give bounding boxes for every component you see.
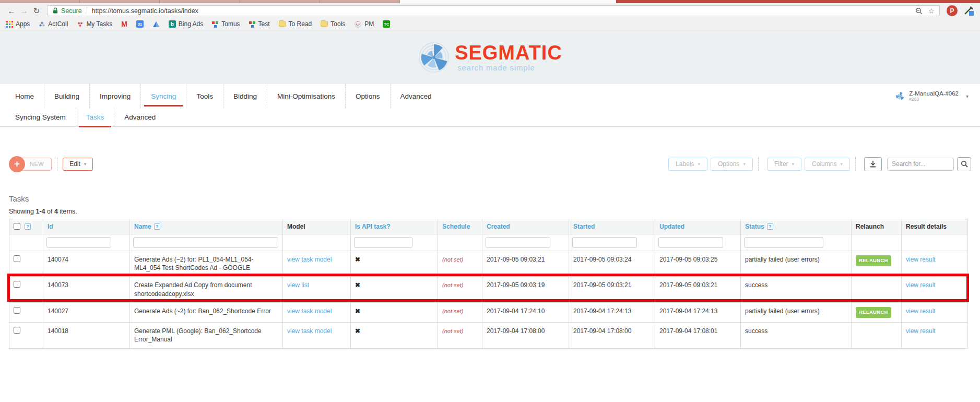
bookmark-apps[interactable]: Apps [6, 20, 30, 28]
nav-mini-optimisations[interactable]: Mini-Optimisations [267, 84, 345, 108]
chevron-down-icon: ▾ [792, 161, 795, 167]
view-model-link[interactable]: view task model [287, 256, 332, 263]
view-result-link[interactable]: view result [906, 256, 936, 263]
labels-dropdown-button[interactable]: Labels ▾ [668, 158, 707, 171]
nav-tools[interactable]: Tools [186, 84, 223, 108]
bookmarks-bar: Apps ActColl My Tasks M 31 b Bing Ads To… [0, 18, 980, 30]
subnav-syncing-system[interactable]: Syncing System [5, 108, 76, 126]
bookmark-tomus[interactable]: Tomus [212, 20, 240, 28]
view-result-link[interactable]: view result [906, 281, 936, 289]
new-button[interactable]: + NEW [9, 156, 52, 172]
search-input[interactable] [887, 158, 954, 171]
view-model-link[interactable]: view task model [287, 308, 332, 315]
bookmark-my-tasks[interactable]: My Tasks [77, 20, 112, 28]
color-picker-extension-icon[interactable] [963, 5, 975, 17]
nav-building[interactable]: Building [44, 84, 89, 108]
download-button[interactable] [864, 157, 882, 171]
zoom-icon[interactable] [915, 7, 923, 15]
bookmark-label: Tomus [221, 20, 240, 28]
user-menu[interactable]: Z-ManualQA-#062 #280 ▾ [895, 90, 969, 102]
row-checkbox[interactable] [14, 327, 20, 334]
nav-advanced[interactable]: Advanced [390, 84, 442, 108]
column-header-id[interactable]: Id [43, 219, 130, 234]
column-header-status[interactable]: Status? [741, 219, 852, 234]
column-header-schedule[interactable]: Schedule [438, 219, 482, 234]
help-icon[interactable]: ? [25, 223, 31, 230]
gmail-icon: M [121, 20, 127, 28]
filter-dropdown-button[interactable]: Filter ▾ [767, 158, 801, 171]
filter-created-input[interactable] [486, 237, 550, 248]
columns-label: Columns [812, 160, 836, 168]
column-header-created[interactable]: Created [482, 219, 569, 234]
actcoll-icon [39, 21, 45, 28]
browser-tab[interactable] [240, 0, 320, 3]
status-header-label[interactable]: Status [745, 223, 764, 230]
browser-tab[interactable] [0, 0, 80, 3]
table-header-row: ? Id Name? Model Is API task? Schedule C… [9, 219, 968, 234]
view-result-link[interactable]: view result [906, 327, 936, 335]
select-all-checkbox[interactable] [14, 223, 20, 230]
bookmark-star-icon[interactable]: ☆ [928, 7, 935, 15]
help-icon[interactable]: ? [154, 223, 160, 230]
filter-updated-input[interactable] [658, 237, 723, 248]
view-model-link[interactable]: view task model [287, 327, 332, 335]
row-checkbox[interactable] [14, 307, 20, 314]
column-header-started[interactable]: Started [569, 219, 655, 234]
row-checkbox[interactable] [14, 255, 20, 262]
view-list-link[interactable]: view list [287, 281, 309, 289]
back-button[interactable]: ← [5, 6, 18, 15]
options-dropdown-button[interactable]: Options ▾ [711, 158, 753, 171]
column-header-is-api[interactable]: Is API task? [351, 219, 438, 234]
active-browser-tab[interactable] [400, 0, 616, 3]
address-bar[interactable]: Secure https://tomus.segmatic.io/tasks/i… [47, 5, 940, 16]
nav-home[interactable]: Home [5, 84, 44, 108]
bookmark-actcoll[interactable]: ActColl [39, 20, 68, 28]
name-header-label[interactable]: Name [134, 223, 151, 230]
tasks-table-wrap: ? Id Name? Model Is API task? Schedule C… [9, 219, 967, 349]
column-header-updated[interactable]: Updated [655, 219, 741, 234]
filter-name-input[interactable] [133, 237, 278, 248]
bookmark-test[interactable]: Test [249, 20, 270, 28]
plus-icon[interactable]: + [9, 156, 25, 172]
view-result-link[interactable]: view result [906, 308, 936, 315]
extension-p-icon[interactable]: P [947, 5, 958, 16]
relaunch-button[interactable]: RELAUNCH [856, 307, 891, 318]
columns-dropdown-button[interactable]: Columns ▾ [805, 158, 850, 171]
bookmark-to-read[interactable]: To Read [279, 20, 312, 28]
filter-started-input[interactable] [572, 237, 637, 248]
url-text[interactable]: https://tomus.segmatic.io/tasks/index [92, 7, 911, 15]
column-header-name[interactable]: Name? [130, 219, 283, 234]
browser-tab[interactable] [320, 0, 400, 3]
bookmark-label: Bing Ads [179, 20, 203, 28]
lock-icon [52, 7, 58, 14]
inactive-tabs[interactable] [0, 0, 400, 3]
relaunch-button[interactable]: RELAUNCH [856, 255, 891, 266]
bookmark-calendar[interactable]: 31 [136, 20, 144, 28]
segmatic-logo[interactable]: SEGMATIC search made simple [418, 41, 562, 74]
filter-is-api-input[interactable] [354, 237, 412, 248]
bookmark-techcrunch[interactable]: TC [383, 20, 390, 28]
row-checkbox[interactable] [14, 281, 20, 288]
browser-tab[interactable] [160, 0, 240, 3]
edit-dropdown-button[interactable]: Edit ▾ [63, 158, 93, 171]
help-icon[interactable]: ? [767, 223, 773, 230]
bookmark-analytics[interactable] [152, 21, 160, 28]
subnav-advanced[interactable]: Advanced [114, 108, 166, 126]
subnav-tasks[interactable]: Tasks [76, 108, 114, 126]
reload-button[interactable]: ↻ [30, 6, 43, 16]
sub-nav: Syncing System Tasks Advanced [0, 108, 980, 127]
nav-syncing[interactable]: Syncing [140, 84, 186, 108]
filter-id-input[interactable] [46, 237, 111, 248]
bookmark-gmail[interactable]: M [121, 20, 127, 28]
bookmark-pm[interactable]: PM [354, 20, 374, 28]
nav-options[interactable]: Options [345, 84, 390, 108]
bookmark-tools[interactable]: Tools [321, 20, 345, 28]
browser-tab[interactable] [80, 0, 160, 3]
bookmark-bing-ads[interactable]: b Bing Ads [169, 20, 203, 28]
nav-bidding[interactable]: Bidding [223, 84, 267, 108]
filter-status-input[interactable] [744, 237, 823, 248]
search-button[interactable] [957, 157, 971, 171]
table-row: 140027 Generate Ads (~2) for: Ban_062_Sh… [9, 303, 968, 323]
nav-improving[interactable]: Improving [89, 84, 140, 108]
forward-button[interactable]: → [18, 6, 30, 15]
